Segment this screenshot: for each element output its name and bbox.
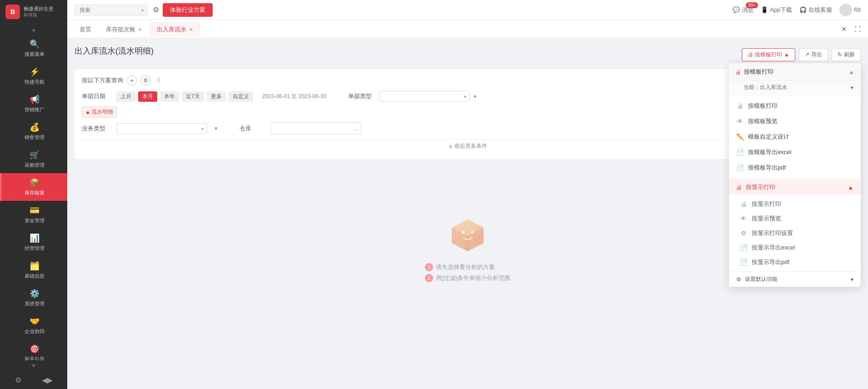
dropdown-template-section: 🖨 按模板打印 👁 按模板预览 ✏️ 模板自定义设计 📄 按模板导出excel bbox=[729, 96, 861, 177]
close-tab-button[interactable]: ✕ bbox=[839, 24, 849, 34]
svg-point-3 bbox=[462, 231, 464, 234]
settings-bottom-icon[interactable]: ⚙ bbox=[15, 376, 21, 384]
sidebar-item-basic[interactable]: 🗂️ 基础信息 bbox=[0, 256, 67, 284]
tab-inventory-flow[interactable]: 出入库流水 ✕ bbox=[150, 22, 200, 36]
refresh-button[interactable]: ↻ 刷新 bbox=[832, 48, 861, 61]
dropdown-item-display-export-excel[interactable]: 📄 按显示导出excel bbox=[729, 240, 861, 255]
tab-home[interactable]: 首页 bbox=[73, 22, 98, 36]
tag-label: 流水明细 bbox=[91, 108, 113, 116]
refresh-icon: ↻ bbox=[838, 51, 842, 58]
trial-button[interactable]: 体验行业方案 bbox=[163, 3, 213, 17]
template-print-icon: 🖨 bbox=[736, 102, 743, 110]
online-service-button[interactable]: 🎧 在线客服 bbox=[799, 6, 832, 14]
tab-inventory-flow-close[interactable]: ✕ bbox=[189, 27, 193, 33]
collapse-sidebar-icon[interactable]: ◀▶ bbox=[42, 376, 53, 384]
print-button[interactable]: 🖨 按模板打印 ▲ bbox=[742, 48, 795, 61]
sidebar-item-purchase-label: 采购管理 bbox=[25, 162, 45, 169]
svg-point-4 bbox=[471, 231, 474, 234]
filter-collapse-icon[interactable]: 《 bbox=[154, 76, 160, 85]
warehouse-selector[interactable]: ... bbox=[270, 122, 361, 135]
dropdown-item-display-print[interactable]: 🖨 按显示打印 bbox=[729, 197, 861, 211]
dropdown-item-template-custom[interactable]: ✏️ 模板自定义设计 bbox=[729, 129, 861, 145]
filter-tag-item[interactable]: ● 流水明细 bbox=[82, 106, 117, 118]
sidebar-item-guide[interactable]: 🎯 新手引导 bbox=[0, 339, 67, 360]
sidebar-item-marketing-label: 营销推广 bbox=[25, 106, 45, 113]
date-btn-7days[interactable]: 近7天 bbox=[182, 91, 204, 102]
app-logo-icon: B bbox=[5, 5, 20, 19]
biz-type-select[interactable] bbox=[116, 123, 207, 134]
dropdown-collapse-icon[interactable]: ▲ bbox=[848, 69, 854, 75]
sidebar-item-quick-nav[interactable]: ⚡ 快捷导航 bbox=[0, 62, 67, 90]
tag-dot-icon: ● bbox=[86, 109, 90, 116]
header-left: ⚙ 体验行业方案 bbox=[75, 3, 213, 17]
date-btn-last-month[interactable]: 上月 bbox=[116, 91, 135, 102]
date-btn-custom[interactable]: 自定义 bbox=[229, 91, 253, 102]
dropdown-item-display-print-settings[interactable]: ⚙ 按显示打印设置 bbox=[729, 226, 861, 240]
sidebar-item-marketing[interactable]: 📢 营销推广 bbox=[0, 90, 67, 118]
dropdown-display-header[interactable]: 🖨 按显示打印 ▲ bbox=[729, 180, 861, 195]
empty-tips: 1 请先选择要分析的方案 2 用[过滤]条件来缩小分析范围 bbox=[425, 263, 510, 285]
dropdown-separator-2 bbox=[729, 178, 861, 179]
dropdown-item-template-print[interactable]: 🖨 按模板打印 bbox=[729, 98, 861, 114]
user-menu[interactable]: Rit bbox=[839, 4, 861, 16]
sidebar-scroll-up[interactable]: ▲ bbox=[0, 24, 67, 35]
sidebar-item-sales[interactable]: 💰 销售管理 bbox=[0, 118, 67, 145]
app-download-button[interactable]: 📱 App下载 bbox=[761, 6, 792, 14]
sidebar-item-sales-label: 销售管理 bbox=[25, 134, 45, 141]
search-icon: 🔍 bbox=[30, 39, 40, 49]
export-button[interactable]: ↗ 导出 bbox=[799, 48, 828, 61]
type-label: 单据类型 bbox=[348, 92, 375, 100]
filter-settings-button[interactable]: ⚙ bbox=[140, 75, 150, 85]
content-wrapper: 出入库流水(流水明细) 🖨 按模板打印 ▲ ↗ 导出 ↻ bbox=[67, 38, 868, 389]
dropdown-current[interactable]: 当前：出入库流水 ▾ bbox=[729, 81, 861, 94]
avatar bbox=[839, 4, 852, 16]
sidebar-item-search[interactable]: 🔍 搜索菜单 bbox=[0, 35, 67, 62]
biz-type-label: 业务类型 bbox=[82, 125, 109, 133]
headset-icon: 🎧 bbox=[799, 6, 807, 13]
type-expand-icon: ▾ bbox=[474, 93, 477, 100]
sidebar-logo: B 畅捷通好生意 标准版 bbox=[0, 0, 67, 24]
header-right: 💬 消息 99+ 📱 App下载 🎧 在线客服 Rit bbox=[733, 4, 861, 16]
sidebar-scroll-area: 🔍 搜索菜单 ⚡ 快捷导航 📢 营销推广 💰 销售管理 🛒 采购管理 📦 bbox=[0, 35, 67, 360]
date-label: 单据日期 bbox=[82, 92, 109, 100]
system-icon: ⚙️ bbox=[30, 289, 40, 299]
date-btn-this-year[interactable]: 本年 bbox=[160, 91, 179, 102]
sidebar-scroll-down[interactable]: ▼ bbox=[0, 360, 67, 371]
sidebar-item-cooperation[interactable]: 🤝 企业协同 bbox=[0, 312, 67, 339]
sidebar-item-system[interactable]: ⚙️ 系统管理 bbox=[0, 284, 67, 312]
purchase-icon: 🛒 bbox=[30, 150, 40, 160]
app-name: 畅捷通好生意 bbox=[24, 5, 54, 12]
tab-batch-account[interactable]: 库存批次账 ✕ bbox=[99, 22, 149, 36]
empty-illustration bbox=[445, 210, 490, 256]
dropdown-current-arrow: ▾ bbox=[851, 85, 853, 91]
dropdown-item-display-export-pdf[interactable]: 📄 按显示导出pdf bbox=[729, 255, 861, 269]
sidebar-item-cooperation-label: 企业协同 bbox=[25, 328, 45, 335]
dropdown-item-template-export-pdf[interactable]: 📄 按模板导出pdf bbox=[729, 160, 861, 175]
sidebar-item-purchase[interactable]: 🛒 采购管理 bbox=[0, 145, 67, 173]
sidebar-bottom: ⚙ ◀▶ bbox=[0, 371, 67, 389]
dropdown-item-template-preview[interactable]: 👁 按模板预览 bbox=[729, 114, 861, 129]
dropdown-separator-1 bbox=[729, 95, 861, 95]
type-select[interactable] bbox=[379, 91, 470, 102]
window-controls: ✕ ⛶ bbox=[839, 24, 863, 34]
dropdown-item-display-preview[interactable]: 👁 按显示预览 bbox=[729, 211, 861, 226]
sidebar-item-inventory[interactable]: 📦 库存核算 bbox=[0, 173, 67, 201]
cooperation-icon: 🤝 bbox=[30, 316, 40, 326]
maximize-button[interactable]: ⛶ bbox=[853, 24, 863, 34]
warehouse-placeholder bbox=[274, 125, 280, 132]
tab-batch-account-close[interactable]: ✕ bbox=[138, 27, 142, 33]
sidebar: B 畅捷通好生意 标准版 ▲ 🔍 搜索菜单 ⚡ 快捷导航 📢 营销推广 bbox=[0, 0, 67, 389]
template-custom-icon: ✏️ bbox=[736, 133, 743, 140]
messages-button[interactable]: 💬 消息 99+ bbox=[733, 6, 753, 14]
dropdown-footer[interactable]: ⚙ 设置默认功能 ▾ bbox=[729, 271, 861, 287]
sidebar-item-finance[interactable]: 💳 资金管理 bbox=[0, 201, 67, 229]
dropdown-item-template-export-excel[interactable]: 📄 按模板导出excel bbox=[729, 145, 861, 160]
gear-icon[interactable]: ⚙ bbox=[153, 5, 159, 14]
search-input[interactable] bbox=[75, 5, 147, 15]
date-btn-this-month[interactable]: 本月 bbox=[138, 91, 157, 102]
filter-add-button[interactable]: + bbox=[127, 75, 137, 85]
tip-text-1: 请先选择要分析的方案 bbox=[436, 263, 495, 271]
sidebar-item-operations[interactable]: 📊 经营管理 bbox=[0, 229, 67, 256]
date-btn-more[interactable]: 更多 bbox=[207, 91, 226, 102]
online-service-label: 在线客服 bbox=[808, 6, 832, 14]
